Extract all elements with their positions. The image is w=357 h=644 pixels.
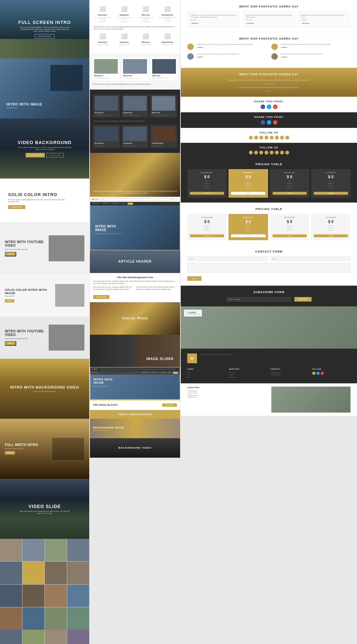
fu-icon-7[interactable]: Y: [280, 136, 284, 140]
sp-icon-tw[interactable]: t: [267, 105, 271, 109]
browser-dot-red: [92, 199, 93, 200]
pt-btn-2[interactable]: ORDER: [231, 192, 265, 195]
fud-icon-2[interactable]: I: [254, 151, 258, 155]
us2-avatar-4: [271, 53, 278, 60]
ptl-btn-4[interactable]: ORDER: [314, 234, 348, 237]
feature-icon-4: ⬜: [163, 5, 171, 13]
fsi-btn[interactable]: LEARN MORE: [35, 34, 55, 39]
nav-btn[interactable]: BUY: [128, 203, 133, 205]
footer-social-fb[interactable]: f: [312, 372, 315, 375]
pt-price-1: $ 0: [190, 175, 224, 179]
feature-name-7: Web Fonts: [142, 41, 150, 43]
sp-icon-gp[interactable]: g+: [273, 105, 277, 109]
users-say-2-section: WHAT OUR FANTASTIC USERS SAY I really li…: [181, 32, 357, 68]
fc-dark-img-2: [123, 96, 147, 111]
pt-btn-3[interactable]: ORDER: [273, 192, 307, 195]
pt-feature-2-1: Feature 1: [231, 182, 265, 184]
fud-icon-6[interactable]: P: [275, 151, 279, 155]
footer-social-gp[interactable]: g: [321, 372, 324, 375]
fu-icon-1[interactable]: W: [249, 136, 253, 140]
sp-icon-fb[interactable]: f: [261, 105, 265, 109]
sp-icon-fb-dark[interactable]: f: [261, 120, 265, 125]
us-author-1: — Reviewer 1: [190, 22, 237, 24]
browser-dot-green: [97, 199, 98, 200]
pt-btn-1[interactable]: ORDER: [190, 192, 224, 195]
pt-feature-2-2: Feature 2: [231, 185, 265, 186]
ptl-btn-2[interactable]: ORDER: [231, 234, 265, 237]
sci-btn[interactable]: CONTACT ME: [8, 205, 25, 209]
fc-item-2: Responsive Lorem ipsum dolor sit amet: [121, 57, 148, 80]
fud-icon-8[interactable]: L: [285, 151, 289, 155]
fud-icon-3[interactable]: T: [259, 151, 263, 155]
sp-title-1: SHARE THIS PAGE!: [187, 100, 351, 103]
ptl-feature-1: Feature 1: [190, 225, 224, 227]
bm2-url: [100, 368, 177, 370]
feature-link-3[interactable]: Learn More: [142, 21, 149, 22]
feature-link-1[interactable]: Learn More: [99, 21, 106, 22]
iy2-btn[interactable]: MORE: [5, 341, 16, 346]
footer-link-5[interactable]: Service 2: [229, 374, 267, 376]
bm2-nav-2: STARTPAGE: [141, 372, 149, 374]
fud-icon-1[interactable]: W: [249, 151, 253, 155]
sf-email-input[interactable]: Enter your email: [226, 297, 291, 302]
fwi-sub: Text here. Enter text here.: [5, 448, 38, 450]
fu-icon-5[interactable]: G: [270, 136, 274, 140]
footer-link-6[interactable]: Service 3: [229, 376, 267, 378]
cf-name[interactable]: Name: [187, 256, 268, 261]
fud-icon-5[interactable]: G: [270, 151, 274, 155]
footer-social-tw[interactable]: t: [316, 372, 320, 375]
sf-submit-btn[interactable]: SUBSCRIBE: [294, 297, 312, 302]
fc-title-1: Bootstrap 3: [94, 75, 118, 77]
fu-icon-8[interactable]: L: [285, 136, 289, 140]
pt-feature-1-2: Feature 2: [190, 185, 224, 186]
ah-col-1-text: Lorem ipsum dolor sit amet, consectetur …: [93, 286, 134, 291]
intro-bg-video-section: INTRO WITH BACKGROUND VIDEO Enter text h…: [0, 359, 89, 419]
footer-link-4[interactable]: Service 1: [229, 372, 267, 373]
pt-feature-3-3: Feature 3: [273, 187, 307, 189]
ptl-btn-3[interactable]: ORDER: [273, 234, 307, 237]
map-section: 📍 Location 123 Street Name, City: [181, 306, 357, 349]
article-photo: Interior Photo: [90, 302, 180, 335]
fu-icon-3[interactable]: T: [259, 136, 263, 140]
footer-col-4: FOLLOW f t g: [312, 368, 351, 378]
fud-icon-7[interactable]: Y: [280, 151, 284, 155]
fu-icon-6[interactable]: P: [275, 136, 279, 140]
fu-icon-2[interactable]: I: [254, 136, 258, 140]
pb-view-more-btn[interactable]: VIEW MORE: [162, 403, 177, 407]
is-title: IMAGE SLIDER: [146, 357, 174, 361]
fwi-btn[interactable]: MORE: [5, 451, 15, 454]
footer-link-1[interactable]: Link 1: [187, 372, 226, 373]
ibv-sub: Enter text here. Enter text here.: [33, 390, 56, 392]
feature-link-2[interactable]: Learn More: [121, 21, 128, 22]
ptl-feature-3: Feature 1: [273, 225, 307, 227]
sp-icon-gp-dark[interactable]: g+: [273, 120, 277, 125]
ptl-btn-1[interactable]: ORDER: [190, 234, 224, 237]
share-page-white: SHARE THIS PAGE! f t g+: [181, 97, 357, 112]
cf-submit[interactable]: SEND: [187, 276, 202, 281]
ah-read-more-btn[interactable]: READ MORE: [93, 295, 109, 299]
fud-icon-4[interactable]: F: [265, 151, 268, 155]
pt-period-2: /mo.: [231, 180, 265, 182]
photo-grid: [0, 539, 89, 630]
sii-btn[interactable]: MORE: [5, 299, 14, 303]
footer-link-3[interactable]: Link 3: [187, 376, 226, 378]
vb-sub: Some video background text. Some video b…: [17, 146, 72, 150]
vb-btn2[interactable]: PURCHASE: [46, 153, 64, 157]
pt-feature-1-1: Feature 1: [190, 182, 224, 184]
ah-col-2-text: Ut enim ad minim veniam, quis nostrud ex…: [136, 286, 177, 291]
feature-link-4[interactable]: Learn More: [164, 21, 171, 22]
bm2-nav-btn[interactable]: BUY: [173, 372, 178, 374]
footer-link-2[interactable]: Link 2: [187, 374, 226, 376]
pg-item-14: [22, 607, 44, 630]
iy-btn[interactable]: MORE: [5, 252, 16, 256]
fu-icon-4[interactable]: F: [265, 136, 268, 140]
vb-btn1[interactable]: LEARN MORE: [26, 153, 45, 157]
pt-feature-4-3: Feature 3: [314, 187, 348, 189]
features-dark-section: Bootstrap 3 Lorem ipsum dolor sit amet R…: [90, 90, 180, 153]
sii-sub: Enter text here: [5, 295, 52, 297]
pt-btn-4[interactable]: ORDER: [314, 192, 348, 195]
cf-message[interactable]: [187, 263, 351, 273]
cf-email[interactable]: Email: [270, 256, 351, 261]
sp-icon-tw-dark[interactable]: t: [267, 120, 271, 125]
feature-name-8: Unlimited Sites: [162, 41, 173, 43]
